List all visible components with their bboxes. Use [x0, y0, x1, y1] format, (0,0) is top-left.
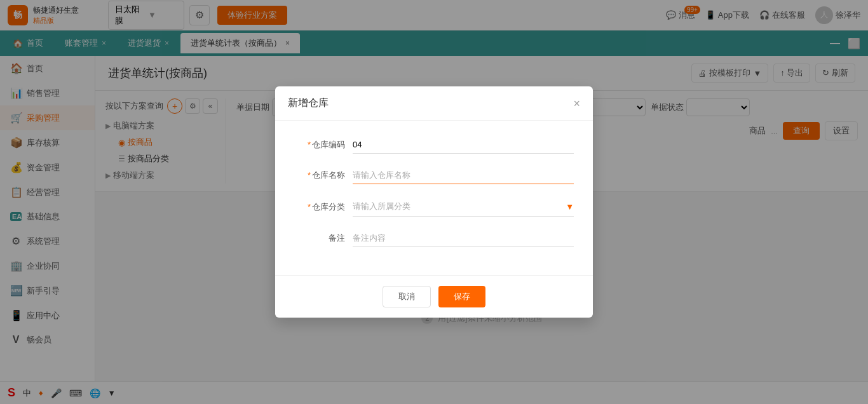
dialog-footer: 取消 保存 [275, 275, 593, 318]
warehouse-code-input[interactable] [353, 136, 574, 154]
chevron-down-icon: ▼ [566, 202, 574, 212]
dialog-header: 新增仓库 × [275, 86, 593, 121]
form-row-remark: 备注 [294, 229, 574, 247]
remark-label: 备注 [294, 232, 345, 244]
name-label: 仓库名称 [294, 170, 345, 181]
form-row-category: 仓库分类 请输入所属分类 ▼ [294, 197, 574, 217]
form-row-name: 仓库名称 [294, 166, 574, 184]
save-button[interactable]: 保存 [438, 286, 485, 307]
category-placeholder: 请输入所属分类 [353, 201, 410, 212]
category-label: 仓库分类 [294, 201, 345, 213]
cancel-button[interactable]: 取消 [383, 286, 431, 307]
dialog-body: 仓库编码 仓库名称 仓库分类 请输入所属分类 ▼ 备注 [275, 121, 593, 275]
dialog-title: 新增仓库 [288, 97, 329, 110]
dialog-close-button[interactable]: × [573, 98, 580, 109]
form-row-code: 仓库编码 [294, 136, 574, 154]
warehouse-category-select[interactable]: 请输入所属分类 ▼ [353, 197, 574, 217]
remark-input[interactable] [353, 229, 574, 247]
code-label: 仓库编码 [294, 139, 345, 151]
warehouse-name-input[interactable] [353, 166, 574, 184]
dialog-overlay: 新增仓库 × 仓库编码 仓库名称 仓库分类 请输入所属分类 ▼ [0, 0, 868, 404]
add-warehouse-dialog: 新增仓库 × 仓库编码 仓库名称 仓库分类 请输入所属分类 ▼ [275, 86, 593, 318]
